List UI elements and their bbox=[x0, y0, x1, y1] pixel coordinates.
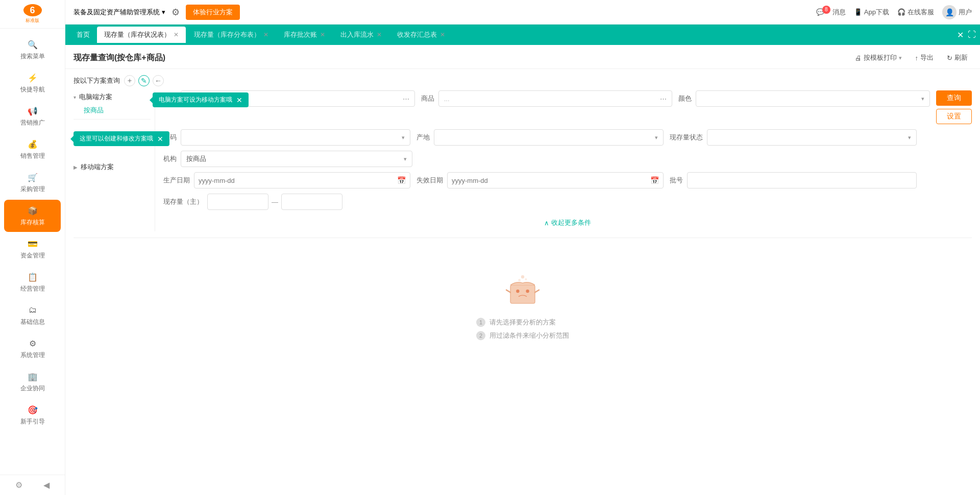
logo-icon: 6 bbox=[23, 4, 42, 16]
search-button[interactable]: 查询 bbox=[936, 90, 972, 106]
mobile-scheme-header[interactable]: ▶ 移动端方案 bbox=[74, 160, 151, 174]
tab-inout_flow[interactable]: 出入库流水✕ bbox=[333, 27, 389, 43]
category-value: 按商品 bbox=[186, 154, 206, 163]
goods-label: 商品 bbox=[421, 94, 434, 103]
tab-label-receive_summary: 收发存汇总表 bbox=[397, 30, 437, 39]
production-date-input[interactable]: 📅 bbox=[194, 172, 410, 188]
mobile-scheme-label: 移动端方案 bbox=[81, 162, 114, 172]
page-content: 现存量查询(按仓库+商品) 🖨 按模板打印 ▾ ↑ 导出 ↻ 刷新 bbox=[65, 45, 980, 495]
color-label: 颜色 bbox=[678, 94, 692, 103]
stock-qty-max-input[interactable] bbox=[281, 194, 342, 210]
tab-close-inout_flow[interactable]: ✕ bbox=[377, 32, 382, 38]
tab-close-batch_account[interactable]: ✕ bbox=[320, 32, 325, 38]
refresh-icon: ↻ bbox=[947, 54, 952, 62]
sidebar-item-finance[interactable]: 💳资金管理 bbox=[4, 233, 61, 265]
color-select[interactable]: ▾ bbox=[696, 90, 930, 107]
nav-label-guide: 快捷导航 bbox=[20, 85, 45, 94]
production-date-field[interactable] bbox=[199, 177, 394, 184]
edit-scheme-button[interactable]: ✎ bbox=[138, 75, 150, 86]
nav-label-marketing: 营销推广 bbox=[20, 119, 45, 127]
sidebar-item-basic[interactable]: 🗂基础信息 bbox=[4, 299, 61, 332]
sidebar-item-search[interactable]: 🔍搜索菜单 bbox=[4, 34, 61, 66]
nav-label-search: 搜索菜单 bbox=[20, 52, 45, 61]
support-action[interactable]: 🎧 在线客服 bbox=[897, 8, 934, 17]
sidebar-item-marketing[interactable]: 📢营销推广 bbox=[4, 100, 61, 132]
back-scheme-button[interactable]: ← bbox=[153, 75, 164, 86]
settings-icon[interactable]: ⚙ bbox=[172, 7, 180, 18]
sidebar-item-system[interactable]: ⚙系统管理 bbox=[4, 333, 61, 365]
empty-tip-2: 2 用过滤条件来缩小分析范围 bbox=[476, 331, 569, 340]
sidebar-item-inventory[interactable]: 📦库存核算 bbox=[4, 200, 61, 232]
expiry-date-calendar-icon[interactable]: 📅 bbox=[650, 176, 659, 184]
collapse-button[interactable]: ∧ 收起更多条件 bbox=[163, 214, 972, 231]
refresh-button[interactable]: ↻ 刷新 bbox=[943, 51, 972, 64]
production-date-calendar-icon[interactable]: 📅 bbox=[397, 176, 406, 184]
filter-label: 按以下方案查询 bbox=[74, 76, 120, 85]
expiry-date-field[interactable] bbox=[452, 177, 647, 184]
tab-stock_dist[interactable]: 现存量（库存分布表）✕ bbox=[187, 27, 276, 43]
mobile-scheme-arrow: ▶ bbox=[74, 164, 78, 170]
size-dropdown-icon: ▾ bbox=[402, 134, 405, 141]
app-download-action[interactable]: 📱 App下载 bbox=[854, 8, 889, 17]
filter-area: 按以下方案查询 ＋ ✎ ← ▾ 电脑端方案 bbox=[65, 69, 980, 238]
nav-icon-basic: 🗂 bbox=[27, 304, 38, 316]
user-label: 用户 bbox=[959, 8, 972, 17]
pc-scheme-header[interactable]: ▾ 电脑端方案 bbox=[74, 90, 151, 104]
system-title-select[interactable]: 装备及固定资产辅助管理系统 ▾ bbox=[74, 8, 165, 17]
app-label: App下载 bbox=[864, 8, 889, 17]
expiry-date-input[interactable]: 📅 bbox=[447, 172, 664, 188]
pc-tooltip-close[interactable]: ✕ bbox=[236, 97, 242, 104]
user-avatar: 👤 bbox=[942, 5, 957, 19]
edit-tooltip-text: 这里可以创建和修改方案哦 bbox=[80, 134, 153, 143]
nav-icon-inventory: 📦 bbox=[27, 205, 38, 216]
origin-select[interactable]: ▾ bbox=[434, 129, 664, 146]
collapse-sidebar-icon[interactable]: ◀ bbox=[43, 480, 50, 490]
message-action[interactable]: 💬 8 消息 bbox=[816, 8, 846, 17]
sidebar-item-sales[interactable]: 💰销售管理 bbox=[4, 133, 61, 166]
sidebar-item-guide[interactable]: ⚡快捷导航 bbox=[4, 67, 61, 99]
goods-placeholder: ... bbox=[444, 95, 450, 103]
settings-footer-icon[interactable]: ⚙ bbox=[15, 480, 22, 490]
reset-button[interactable]: 设置 bbox=[936, 109, 972, 124]
nav-icon-search: 🔍 bbox=[27, 39, 38, 50]
tab-close-receive_summary[interactable]: ✕ bbox=[440, 32, 445, 38]
tab-receive_summary[interactable]: 收发存汇总表✕ bbox=[390, 27, 452, 43]
sidebar-item-newbie[interactable]: 🎯新手引导 bbox=[4, 399, 61, 431]
category-select[interactable]: 按商品 ▾ bbox=[181, 151, 412, 167]
tab-close-stock_dist[interactable]: ✕ bbox=[263, 32, 268, 38]
export-button[interactable]: ↑ 导出 bbox=[911, 51, 938, 64]
pc-scheme-arrow: ▾ bbox=[74, 95, 76, 100]
warehouse-more-icon[interactable]: ⋯ bbox=[403, 95, 409, 103]
trial-button[interactable]: 体验行业方案 bbox=[186, 5, 240, 20]
tab-expand-icon[interactable]: ⛶ bbox=[968, 30, 976, 39]
sidebar-item-enterprise[interactable]: 🏢企业协同 bbox=[4, 366, 61, 398]
svg-point-2 bbox=[526, 290, 529, 293]
tab-home[interactable]: 首页 bbox=[69, 30, 97, 39]
sidebar-logo: 6 标准版 bbox=[0, 0, 65, 29]
goods-select[interactable]: ... ⋯ bbox=[438, 90, 673, 107]
export-icon: ↑ bbox=[915, 54, 919, 62]
tab-stock_status[interactable]: 现存量（库存状况表）✕ bbox=[97, 27, 186, 43]
pc-scheme-item-goods[interactable]: 按商品 bbox=[74, 104, 151, 117]
tab-label-inout_flow: 出入库流水 bbox=[340, 30, 374, 39]
goods-more-icon[interactable]: ⋯ bbox=[660, 95, 667, 103]
batch-input[interactable] bbox=[687, 172, 917, 188]
stock-status-select[interactable]: ▾ bbox=[707, 129, 917, 146]
size-select[interactable]: ▾ bbox=[181, 129, 410, 146]
nav-icon-newbie: 🎯 bbox=[27, 404, 38, 415]
tab-batch_account[interactable]: 库存批次账✕ bbox=[277, 27, 332, 43]
print-template-button[interactable]: 🖨 按模板打印 ▾ bbox=[851, 51, 906, 64]
pc-scheme-label: 电脑端方案 bbox=[79, 92, 112, 102]
stock-qty-min-input[interactable] bbox=[207, 194, 268, 210]
expiry-date-label: 失效日期 bbox=[416, 176, 443, 185]
tab-close-all-icon[interactable]: ✕ bbox=[957, 30, 964, 40]
sidebar-item-purchase[interactable]: 🛒采购管理 bbox=[4, 167, 61, 199]
pc-scheme-tooltip: 电脑方案可设为移动方案哦 ✕ bbox=[153, 92, 249, 107]
edit-tooltip-close[interactable]: ✕ bbox=[157, 135, 163, 143]
add-scheme-button[interactable]: ＋ bbox=[124, 75, 135, 86]
sidebar-item-operation[interactable]: 📋经营管理 bbox=[4, 266, 61, 298]
tab-close-stock_status[interactable]: ✕ bbox=[174, 32, 179, 38]
user-action[interactable]: 👤 用户 bbox=[942, 5, 972, 19]
sidebar-nav: 🔍搜索菜单⚡快捷导航📢营销推广💰销售管理🛒采购管理📦库存核算💳资金管理📋经营管理… bbox=[0, 29, 65, 475]
svg-line-3 bbox=[506, 290, 510, 293]
